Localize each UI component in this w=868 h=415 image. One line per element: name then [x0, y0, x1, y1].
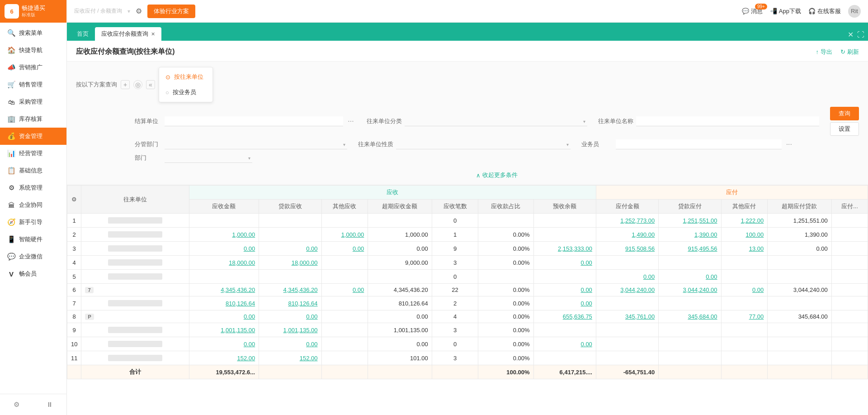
scheme-item-byunit[interactable]: ⊙ 按往来单位	[159, 69, 212, 85]
partner-category-select[interactable]	[405, 116, 588, 126]
dept-mgr-select[interactable]	[165, 139, 347, 149]
ar-loan-2[interactable]: 0.00	[259, 242, 321, 256]
ar-amount-8[interactable]: 1,001,135.00	[189, 323, 259, 337]
sidebar-item-basicinfo[interactable]: 📋 基础信息	[0, 162, 66, 179]
ap-loan-0[interactable]: 1,251,551.00	[659, 214, 721, 228]
ar-other-5[interactable]: 0.00	[321, 284, 368, 296]
filter-row-2: 分管部门 ▾ 往来单位性质	[135, 139, 859, 149]
ar-prepay-5[interactable]: 0.00	[533, 284, 596, 296]
ar-prepay-3[interactable]: 0.00	[533, 256, 596, 270]
tab-expand-icon[interactable]: ⛶	[857, 31, 864, 39]
dept-select[interactable]	[165, 153, 252, 163]
sidebar-item-guide[interactable]: 🧭 新手引导	[0, 214, 66, 231]
tab-arquery[interactable]: 应收应付余额查询 ✕	[95, 27, 161, 41]
ar-prepay-9[interactable]: 0.00	[533, 337, 596, 351]
th-settings[interactable]: ⚙	[67, 186, 81, 214]
user-avatar[interactable]: Rit	[848, 5, 861, 18]
scheme-item-bysales[interactable]: ○ 按业务员	[159, 85, 212, 100]
sidebar-item-quicknav[interactable]: 🏠 快捷导航	[0, 42, 66, 59]
salesperson-dots-btn[interactable]: ···	[784, 140, 794, 148]
sidebar-item-sales[interactable]: 🛒 销售管理	[0, 76, 66, 93]
ar-loan-5[interactable]: 4,345,436.20	[259, 284, 321, 296]
sidebar-item-system[interactable]: ⚙ 系统管理	[0, 179, 66, 196]
settlement-input[interactable]	[165, 116, 343, 126]
sidebar-item-hardware[interactable]: 📱 智能硬件	[0, 231, 66, 248]
ar-loan-7[interactable]: 0.00	[259, 310, 321, 323]
ap-loan-7[interactable]: 345,684.00	[659, 310, 721, 323]
settlement-dots-btn[interactable]: ···	[346, 117, 355, 125]
table-settings-icon[interactable]: ⚙	[71, 196, 77, 203]
sidebar-item-finance[interactable]: 💰 资金管理	[0, 128, 66, 145]
row-num-6: 7	[67, 296, 81, 310]
ar-prepay-2[interactable]: 2,153,333.00	[533, 242, 596, 256]
ap-other-0[interactable]: 1,222.00	[721, 214, 768, 228]
ar-other-1[interactable]: 1,000.00	[321, 228, 368, 242]
partner-nature-select[interactable]	[396, 139, 571, 149]
filter-target-btn[interactable]: ◎	[133, 80, 142, 89]
collapse-sidebar-btn[interactable]: ⏸	[41, 398, 58, 411]
tab-close-window-icon[interactable]: ✕	[848, 30, 854, 39]
tab-close-icon[interactable]: ✕	[151, 31, 155, 37]
ap-amount-2[interactable]: 915,508.56	[596, 242, 658, 256]
ar-amount-6[interactable]: 810,126.64	[189, 296, 259, 310]
ar-loan-8[interactable]: 1,001,135.00	[259, 323, 321, 337]
sidebar-item-vip[interactable]: V 畅会员	[0, 265, 66, 282]
message-badge: 99+	[755, 4, 767, 10]
row-num-0: 1	[67, 214, 81, 228]
salesperson-input[interactable]	[616, 139, 782, 149]
ap-amount-5[interactable]: 3,044,240.00	[596, 284, 658, 296]
ap-amount-1[interactable]: 1,490.00	[596, 228, 658, 242]
ap-loan-2[interactable]: 915,495.56	[659, 242, 721, 256]
ap-other-1[interactable]: 100.00	[721, 228, 768, 242]
ap-other-2[interactable]: 13.00	[721, 242, 768, 256]
app-download-button[interactable]: 📲 App下载	[770, 7, 801, 15]
filter-add-button[interactable]: +	[121, 80, 130, 89]
ar-loan-3[interactable]: 18,000.00	[259, 256, 321, 270]
refresh-button[interactable]: ↻ 刷新	[840, 48, 859, 56]
sidebar-item-inventory[interactable]: 🏢 库存核算	[0, 110, 66, 128]
set-button[interactable]: 设置	[830, 122, 859, 136]
message-button[interactable]: 💬 消息 99+	[742, 7, 763, 15]
ar-amount-2[interactable]: 0.00	[189, 242, 259, 256]
ar-amount-9[interactable]: 0.00	[189, 337, 259, 351]
sidebar-item-marketing[interactable]: 📣 营销推广	[0, 59, 66, 76]
ap-loan-1[interactable]: 1,390.00	[659, 228, 721, 242]
collapse-more-btn[interactable]: ∧ 收起更多条件	[476, 171, 518, 179]
tab-home[interactable]: 首页	[71, 27, 95, 41]
ar-loan-10[interactable]: 152.00	[259, 351, 321, 365]
partner-name-input[interactable]	[636, 116, 819, 126]
online-service-button[interactable]: 🎧 在线客服	[808, 7, 841, 15]
ar-amount-3[interactable]: 18,000.00	[189, 256, 259, 270]
sidebar-item-operations[interactable]: 📊 经营管理	[0, 145, 66, 162]
sidebar-item-enterprise[interactable]: 🏛 企业协同	[0, 196, 66, 214]
sidebar-item-search[interactable]: 🔍 搜索菜单	[0, 24, 66, 42]
table-row: 8P0.000.000.0040.00%655,636.75345,761.00…	[67, 310, 868, 323]
ar-other-2[interactable]: 0.00	[321, 242, 368, 256]
settings-bottom-btn[interactable]: ⚙	[8, 398, 25, 411]
ap-amount-0[interactable]: 1,252,773.00	[596, 214, 658, 228]
header-settings-icon[interactable]: ⚙	[134, 5, 144, 17]
ar-prepay-7[interactable]: 655,636.75	[533, 310, 596, 323]
ar-prepay-6[interactable]: 0.00	[533, 296, 596, 310]
ap-loan-4[interactable]: 0.00	[659, 270, 721, 284]
sidebar-item-wechat[interactable]: 💬 企业微信	[0, 248, 66, 265]
ap-loan-5[interactable]: 3,044,240.00	[659, 284, 721, 296]
data-table: ⚙ 往来单位 应收 应付 应收金额 贷款应收 其他应收 超期应收金额 应收笔数 …	[67, 185, 868, 379]
ar-loan-9[interactable]: 0.00	[259, 337, 321, 351]
ar-amount-1[interactable]: 1,000.00	[189, 228, 259, 242]
filter-collapse-btn[interactable]: «	[146, 80, 155, 89]
ap-other-5[interactable]: 0.00	[721, 284, 768, 296]
ar-loan-6[interactable]: 810,126.64	[259, 296, 321, 310]
ap-amount-7[interactable]: 345,761.00	[596, 310, 658, 323]
query-button[interactable]: 查询	[830, 107, 859, 120]
salesperson-label: 业务员	[581, 140, 613, 148]
ar-amount-7[interactable]: 0.00	[189, 310, 259, 323]
breadcrumb-dropdown-icon[interactable]: ▾	[127, 8, 130, 14]
ar-amount-10[interactable]: 152.00	[189, 351, 259, 365]
sidebar-item-purchase[interactable]: 🛍 采购管理	[0, 93, 66, 110]
ar-amount-5[interactable]: 4,345,436.20	[189, 284, 259, 296]
export-button[interactable]: ↑ 导出	[816, 48, 833, 56]
ap-amount-4[interactable]: 0.00	[596, 270, 658, 284]
trial-button[interactable]: 体验行业方案	[147, 5, 195, 18]
ap-other-7[interactable]: 77.00	[721, 310, 768, 323]
